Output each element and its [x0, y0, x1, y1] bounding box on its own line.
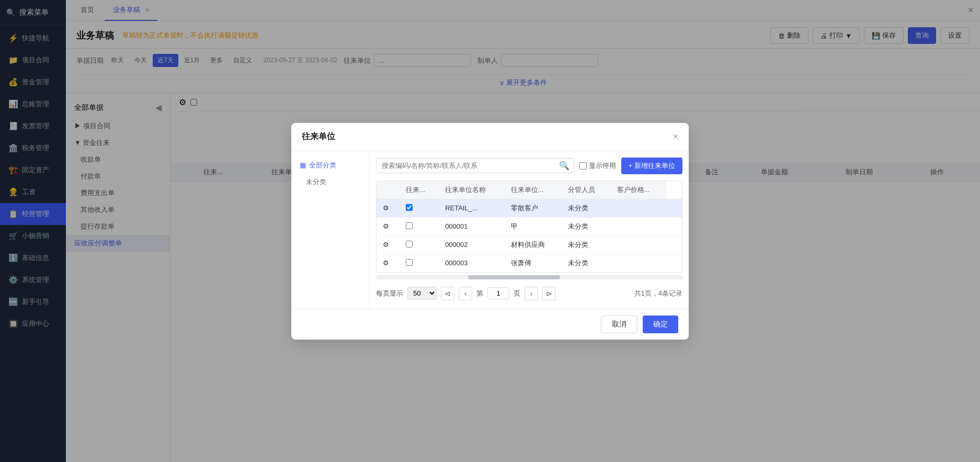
dialog-table-header-cell[interactable]: 分管人员	[562, 181, 611, 199]
add-partner-button[interactable]: + 新增往来单位	[621, 157, 682, 174]
dialog-table-header-cell[interactable]	[377, 181, 400, 199]
last-page-button[interactable]: ⊳	[542, 287, 556, 300]
row-manager	[611, 254, 667, 272]
page-total: 共1页，4条记录	[634, 289, 682, 298]
dialog-table-header-row: 往来...往来单位名称往来单位...分管人员客户价格...	[377, 181, 682, 199]
row-name: 材料供应商	[505, 235, 562, 254]
dialog-table: 往来...往来单位名称往来单位...分管人员客户价格... ⚙ RETAIL_.…	[376, 181, 682, 273]
dialog-search-icon[interactable]: 🔍	[555, 161, 574, 171]
dialog-header: 往来单位 ×	[291, 123, 689, 151]
dialog-scroll-thumb	[468, 275, 560, 279]
dialog-title: 往来单位	[302, 131, 335, 142]
page-suffix: 页	[514, 289, 520, 298]
row-code: 000002	[439, 235, 504, 254]
show-disabled-checkbox[interactable]	[579, 162, 587, 170]
row-manager	[611, 235, 667, 254]
modal-overlay: 往来单位 × ▦ 全部分类 未分类 🔍	[0, 0, 980, 462]
dialog-table-header-cell[interactable]: 往来单位名称	[439, 181, 504, 199]
cancel-button[interactable]: 取消	[601, 315, 637, 333]
row-settings: ⚙	[377, 199, 400, 217]
dialog-body: ▦ 全部分类 未分类 🔍 显示停用	[291, 151, 689, 309]
dialog-search: 🔍	[376, 158, 574, 173]
per-page-label: 每页显示	[376, 289, 403, 298]
row-settings: ⚙	[377, 235, 400, 254]
dialog-tree: ▦ 全部分类 未分类	[291, 151, 370, 309]
row-code: RETAIL_...	[439, 199, 504, 217]
row-category: 未分类	[562, 199, 611, 217]
row-category: 未分类	[562, 217, 611, 235]
row-price-level	[666, 235, 682, 254]
dialog-footer: 取消 确定	[291, 309, 689, 340]
row-name: 零散客户	[505, 199, 562, 217]
row-code: 000001	[439, 217, 504, 235]
dialog-table-header-cell[interactable]: 往来单位...	[505, 181, 562, 199]
dialog-pagination: 每页显示 50 20 100 ⊲ ‹ 第 页 › ⊳ 共1页，4条记录	[376, 281, 682, 302]
row-code: 000003	[439, 254, 504, 272]
row-settings: ⚙	[377, 217, 400, 235]
dialog-table-row[interactable]: ⚙ RETAIL_... 零散客户 未分类	[377, 199, 682, 217]
next-page-button[interactable]: ›	[525, 287, 538, 300]
dialog-tree-uncategorized-label: 未分类	[306, 178, 326, 186]
row-name: 张萧傅	[505, 254, 562, 272]
row-checkbox[interactable]	[400, 199, 439, 217]
per-page-select[interactable]: 50 20 100	[407, 287, 437, 300]
row-checkbox[interactable]	[400, 235, 439, 254]
row-checkbox[interactable]	[400, 254, 439, 272]
dialog-search-row: 🔍 显示停用 + 新增往来单位	[376, 157, 682, 174]
first-page-button[interactable]: ⊲	[441, 287, 454, 300]
row-manager	[611, 199, 667, 217]
dialog-tree-all-label: 全部分类	[309, 161, 336, 170]
row-price-level	[666, 254, 682, 272]
dialog-search-input[interactable]	[377, 159, 555, 173]
row-checkbox[interactable]	[400, 217, 439, 235]
current-page-input[interactable]	[487, 287, 509, 299]
dialog-content: 🔍 显示停用 + 新增往来单位 往来...往来单位名称往来单位...分管人员客户…	[370, 151, 689, 309]
row-category: 未分类	[562, 235, 611, 254]
row-price-level	[666, 217, 682, 235]
dialog-table-header-cell[interactable]: 客户价格...	[611, 181, 667, 199]
page-label: 第	[476, 289, 483, 298]
dialog-table-header-cell[interactable]: 往来...	[400, 181, 439, 199]
dialog-close-icon[interactable]: ×	[673, 131, 678, 142]
dialog-table-row[interactable]: ⚙ 000001 甲 未分类	[377, 217, 682, 235]
show-disabled-toggle[interactable]: 显示停用	[579, 161, 616, 171]
row-manager	[611, 217, 667, 235]
row-category: 未分类	[562, 254, 611, 272]
grid-icon: ▦	[300, 161, 306, 169]
dialog-tree-item-uncategorized[interactable]: 未分类	[291, 174, 369, 190]
dialog-table-row[interactable]: ⚙ 000002 材料供应商 未分类	[377, 235, 682, 254]
row-price-level	[666, 199, 682, 217]
dialog: 往来单位 × ▦ 全部分类 未分类 🔍	[291, 123, 689, 340]
row-settings: ⚙	[377, 254, 400, 272]
prev-page-button[interactable]: ‹	[459, 287, 472, 300]
row-name: 甲	[505, 217, 562, 235]
dialog-table-row[interactable]: ⚙ 000003 张萧傅 未分类	[377, 254, 682, 272]
dialog-tree-item-all[interactable]: ▦ 全部分类	[291, 156, 369, 174]
dialog-scroll[interactable]	[376, 275, 682, 279]
confirm-button[interactable]: 确定	[643, 315, 678, 333]
add-partner-label: + 新增往来单位	[629, 161, 675, 171]
show-disabled-label: 显示停用	[589, 161, 616, 171]
